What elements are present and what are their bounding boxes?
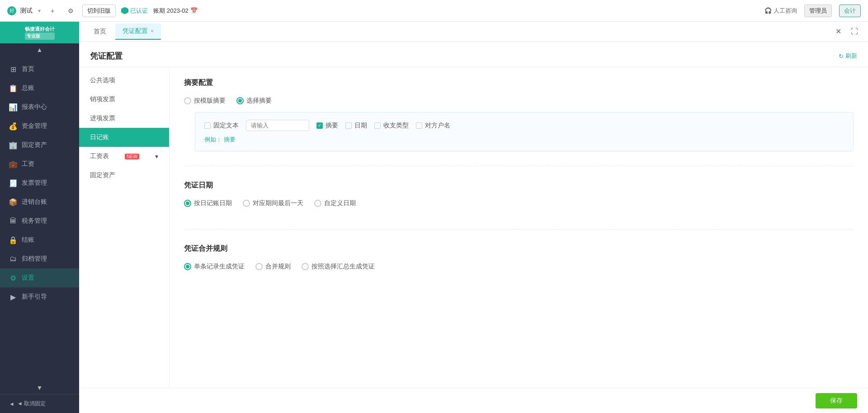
merge-option-rule-radio[interactable] xyxy=(255,263,263,270)
sidebar-scroll-down[interactable]: ▼ xyxy=(0,381,79,394)
company-dropdown-icon[interactable]: ▾ xyxy=(38,8,41,14)
left-nav-payroll[interactable]: 工资表 NEW ▾ xyxy=(79,147,169,166)
sidebar-item-close[interactable]: 🔒 结账 xyxy=(0,230,79,249)
sidebar-item-home[interactable]: ⊞ 首页 xyxy=(0,60,79,79)
admin-btn[interactable]: 管理员 xyxy=(804,5,832,17)
page-content: 凭证配置 ↻ 刷新 公共选项 销项发票 进项发票 xyxy=(79,42,868,413)
date-option-custom-radio[interactable] xyxy=(314,200,321,207)
right-content: 摘要配置 按模版摘要 选择摘要 xyxy=(170,67,868,388)
sidebar-item-tax[interactable]: 🏛 税务管理 xyxy=(0,211,79,230)
fixed-text-input[interactable] xyxy=(246,120,309,131)
checkbox-summary[interactable]: ✓ 摘要 xyxy=(316,122,338,130)
left-nav-fixed-asset[interactable]: 固定资产 xyxy=(79,166,169,185)
sidebar-item-salary[interactable]: 💼 工资 xyxy=(0,155,79,174)
tab-close-icon[interactable]: × xyxy=(151,28,154,34)
section-merge: 凭证合并规则 单条记录生成凭证 合并规则 xyxy=(184,244,854,292)
period-info: 账期 2023-02 📅 xyxy=(153,7,198,15)
date-option-custom[interactable]: 自定义日期 xyxy=(314,199,356,207)
certified-icon xyxy=(121,7,128,14)
switch-version-btn[interactable]: 切到旧版 xyxy=(82,5,116,17)
merge-option-summary-radio[interactable] xyxy=(302,263,309,270)
date-option-last-day-radio[interactable] xyxy=(243,200,250,207)
date-option-journal-radio[interactable] xyxy=(184,200,191,207)
report-icon: 📊 xyxy=(9,103,17,111)
calendar-icon[interactable]: 📅 xyxy=(190,7,198,14)
guide-icon: ▶ xyxy=(9,293,17,301)
tax-icon: 🏛 xyxy=(9,217,17,225)
checkbox-fixed-text[interactable]: 固定文本 xyxy=(204,122,239,130)
checkbox-income-type-box[interactable] xyxy=(374,122,381,129)
split-layout: 公共选项 销项发票 进项发票 日记账 工资表 NEW ▾ xyxy=(79,67,868,388)
settings-icon: ⚙ xyxy=(9,274,17,282)
summary-config-row: 固定文本 ✓ 摘要 日期 xyxy=(204,120,844,131)
merge-option-single[interactable]: 单条记录生成凭证 xyxy=(184,263,245,271)
archive-icon: 🗂 xyxy=(9,255,17,263)
checkbox-date[interactable]: 日期 xyxy=(345,122,367,130)
sidebar-item-archive[interactable]: 🗂 归档管理 xyxy=(0,249,79,268)
tab-close-all-btn[interactable]: ✕ xyxy=(832,25,844,38)
service-btn[interactable]: 🎧 人工咨询 xyxy=(764,7,797,15)
sidebar-item-purchase-sale[interactable]: 📦 进销台账 xyxy=(0,192,79,211)
summary-option-template-radio[interactable] xyxy=(184,97,191,104)
sidebar-item-settings[interactable]: ⚙ 设置 xyxy=(0,268,79,287)
page-title: 凭证配置 xyxy=(90,51,123,61)
checkbox-fixed-text-box[interactable] xyxy=(204,122,211,129)
add-btn[interactable]: + xyxy=(46,5,59,17)
main-layout: 畅捷通好会计 专业版 ▲ ⊞ 首页 📋 总账 📊 报表中心 💰 资金管理 xyxy=(0,22,868,413)
refresh-btn[interactable]: ↻ 刷新 xyxy=(839,52,857,60)
certified-label: 已认证 xyxy=(130,7,148,15)
checkbox-counterpart-box[interactable] xyxy=(416,122,422,129)
invoice-icon: 🧾 xyxy=(9,179,17,187)
sidebar-item-capital[interactable]: 💰 资金管理 xyxy=(0,117,79,136)
checkbox-date-box[interactable] xyxy=(345,122,352,129)
merge-option-summary[interactable]: 按照选择汇总生成凭证 xyxy=(302,263,375,271)
cancel-fixed-btn[interactable]: ◄ ◄ 取消固定 xyxy=(0,394,79,413)
summary-example: 例如： 摘要 xyxy=(204,136,844,144)
sidebar-item-invoice[interactable]: 🧾 发票管理 xyxy=(0,174,79,192)
payroll-arrow-icon: ▾ xyxy=(155,153,158,160)
tab-actions: ✕ ⛶ xyxy=(832,25,861,38)
page-header: 凭证配置 ↻ 刷新 xyxy=(79,42,868,67)
date-option-journal[interactable]: 按日记账日期 xyxy=(184,199,232,207)
sidebar-item-report[interactable]: 📊 报表中心 xyxy=(0,98,79,117)
sidebar-item-ledger[interactable]: 📋 总账 xyxy=(0,79,79,98)
logo-icon: 好 xyxy=(7,6,16,15)
topbar-right: 🎧 人工咨询 管理员 会计 xyxy=(764,5,861,17)
sidebar-scroll-up[interactable]: ▲ xyxy=(0,43,79,56)
sidebar-logo: 畅捷通好会计 专业版 xyxy=(0,22,79,43)
company-label: 测试 xyxy=(20,7,33,15)
date-radio-group: 按日记账日期 对应期间最后一天 自定义日期 xyxy=(184,199,854,207)
section-summary: 摘要配置 按模版摘要 选择摘要 xyxy=(184,78,854,166)
settings-btn[interactable]: ⚙ xyxy=(64,5,77,17)
tab-home[interactable]: 首页 xyxy=(86,24,113,39)
checkbox-counterpart[interactable]: 对方户名 xyxy=(416,122,450,130)
home-icon: ⊞ xyxy=(9,65,17,73)
sidebar-nav: ⊞ 首页 📋 总账 📊 报表中心 💰 资金管理 🏢 固定资产 💼 工资 xyxy=(0,56,79,381)
summary-option-select[interactable]: 选择摘要 xyxy=(236,97,272,105)
checkbox-summary-box[interactable]: ✓ xyxy=(316,122,323,129)
summary-option-template[interactable]: 按模版摘要 xyxy=(184,97,226,105)
left-nav-purchase-invoice[interactable]: 进项发票 xyxy=(79,109,169,128)
sidebar: 畅捷通好会计 专业版 ▲ ⊞ 首页 📋 总账 📊 报表中心 💰 资金管理 xyxy=(0,22,79,413)
tab-bar: 首页 凭证配置 × ✕ ⛶ xyxy=(79,22,868,42)
role-btn[interactable]: 会计 xyxy=(839,5,861,17)
left-nav: 公共选项 销项发票 进项发票 日记账 工资表 NEW ▾ xyxy=(79,67,170,388)
left-nav-journal[interactable]: 日记账 xyxy=(79,128,169,147)
left-nav-public[interactable]: 公共选项 xyxy=(79,71,169,90)
merge-option-rule[interactable]: 合并规则 xyxy=(255,263,291,271)
fixed-asset-icon: 🏢 xyxy=(9,141,17,149)
sidebar-item-guide[interactable]: ▶ 新手引导 xyxy=(0,287,79,306)
checkbox-income-type[interactable]: 收支类型 xyxy=(374,122,409,130)
sidebar-item-fixed-asset[interactable]: 🏢 固定资产 xyxy=(0,136,79,155)
purchase-sale-icon: 📦 xyxy=(9,198,17,206)
merge-option-single-radio[interactable] xyxy=(184,263,191,270)
left-nav-sales-invoice[interactable]: 销项发票 xyxy=(79,90,169,109)
date-option-last-day[interactable]: 对应期间最后一天 xyxy=(243,199,303,207)
tab-voucher-config[interactable]: 凭证配置 × xyxy=(115,23,161,40)
save-btn[interactable]: 保存 xyxy=(816,393,857,408)
summary-option-select-radio[interactable] xyxy=(236,97,244,104)
tab-fullscreen-btn[interactable]: ⛶ xyxy=(848,25,861,38)
certified-status: 已认证 xyxy=(121,7,148,15)
summary-radio-group: 按模版摘要 选择摘要 xyxy=(184,97,854,105)
company-name: 好 测试 xyxy=(7,6,33,15)
